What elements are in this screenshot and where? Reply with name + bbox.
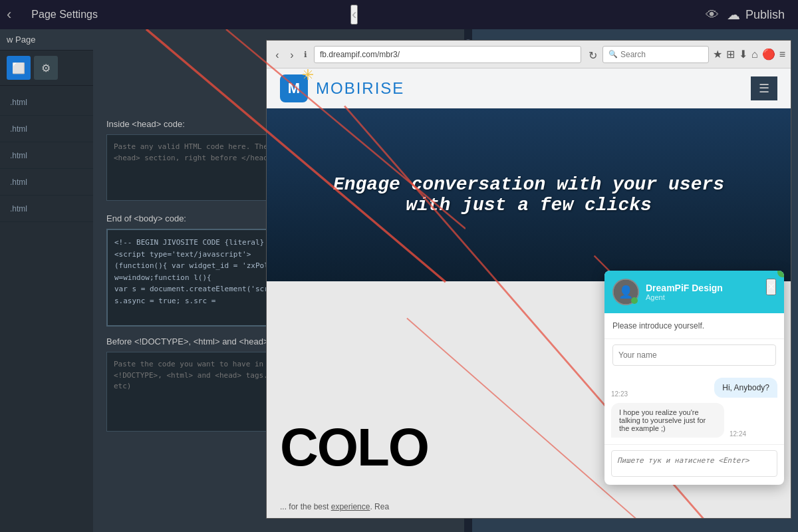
site-header: M MOBIRISE ☰ xyxy=(267,68,791,108)
browser-content: M MOBIRISE ☰ Engage co xyxy=(267,68,791,518)
page-title: Page Settings xyxy=(31,9,98,21)
browser-refresh-button[interactable]: ↻ xyxy=(588,49,598,60)
sidebar-item-4[interactable]: .html xyxy=(0,169,93,196)
chat-input[interactable] xyxy=(611,450,777,477)
chat-agent-info: DreamPiF Design Agent xyxy=(646,283,723,301)
chat-header: 👤 DreamPiF Design Agent × xyxy=(604,271,784,313)
sidebar-item-2[interactable]: .html xyxy=(0,116,93,142)
chat-messages: 12:23 Hi, Anybody? I hope you realize yo… xyxy=(604,371,784,444)
star-icon[interactable]: ★ xyxy=(713,48,722,61)
sidebar-item-1[interactable]: .html xyxy=(0,89,93,116)
msg2-bubble: I hope you realize you're talking to you… xyxy=(611,403,724,438)
chat-input-area xyxy=(604,444,784,485)
cloud-icon: ☁ xyxy=(727,7,740,23)
online-indicator xyxy=(631,297,638,304)
hero-area: Engage conversation with your users with… xyxy=(267,108,791,281)
hamburger-icon: ☰ xyxy=(759,81,769,96)
search-magnifier-icon: 🔍 xyxy=(608,50,618,59)
menu-icon[interactable]: ≡ xyxy=(779,49,785,61)
info-icon: ℹ xyxy=(304,50,307,59)
publish-area: 👁 ☁ Publish xyxy=(706,7,785,23)
chat-name-input[interactable] xyxy=(612,344,776,366)
hero-text-1: Engage conversation with your users xyxy=(333,174,724,195)
chat-intro: Please introduce yourself. xyxy=(604,313,784,339)
top-bar: ‹ Page Settings ‹ 👁 ☁ Publish xyxy=(0,0,798,29)
msg1-bubble: Hi, Anybody? xyxy=(714,378,777,398)
sidebar-items: .html .html .html .html .html xyxy=(0,86,93,225)
preview-icon[interactable]: 👁 xyxy=(706,7,719,23)
logo-container: M xyxy=(280,74,308,102)
home-icon[interactable]: ⌂ xyxy=(751,49,758,61)
chat-message-2: I hope you realize you're talking to you… xyxy=(611,403,777,438)
footer-text: ... for the best experience. Rea xyxy=(280,502,389,511)
publish-label: Publish xyxy=(745,8,785,22)
chat-online-dot xyxy=(777,271,784,277)
hamburger-btn[interactable]: ☰ xyxy=(751,76,777,100)
search-text: Search xyxy=(620,50,646,59)
top-bar-left: ‹ Page Settings ‹ xyxy=(0,0,364,29)
left-sidebar: w Page ⬜ ⚙ .html .html .html .html .html xyxy=(0,29,93,532)
sidebar-item-3[interactable]: .html xyxy=(0,142,93,169)
extension-icon[interactable]: 🔴 xyxy=(762,48,775,61)
sidebar-icon-group: ⬜ ⚙ xyxy=(0,51,93,86)
browser-window: ‹ › ℹ fb.dreampif.com/mbr3/ ↻ 🔍 Search ★… xyxy=(266,40,791,519)
browser-forward-button[interactable]: › xyxy=(287,49,297,60)
colo-text: COLO xyxy=(280,417,428,478)
sidebar-item-5[interactable]: .html xyxy=(0,196,93,222)
logo-sparkle xyxy=(303,69,313,80)
site-title: MOBIRISE xyxy=(316,79,404,98)
new-page-item[interactable]: w Page xyxy=(0,29,93,51)
logo-m: M xyxy=(288,80,300,97)
collapse-button[interactable]: ‹ xyxy=(350,5,358,25)
chat-avatar-container: 👤 xyxy=(612,279,639,305)
msg2-time: 12:24 xyxy=(730,430,746,438)
msg1-time: 12:23 xyxy=(611,390,628,398)
bookmark-icon[interactable]: ⊞ xyxy=(726,48,735,61)
pages-button[interactable]: ⬜ xyxy=(7,56,31,80)
new-page-label: w Page xyxy=(7,35,35,45)
browser-chrome: ‹ › ℹ fb.dreampif.com/mbr3/ ↻ 🔍 Search ★… xyxy=(267,41,791,68)
intro-text: Please introduce yourself. xyxy=(612,321,704,331)
browser-search-box: 🔍 Search xyxy=(602,46,709,63)
browser-url-bar: fb.dreampif.com/mbr3/ xyxy=(314,46,581,63)
browser-back-button[interactable]: ‹ xyxy=(272,49,283,60)
url-text: fb.dreampif.com/mbr3/ xyxy=(320,50,575,59)
settings-button[interactable]: ⚙ xyxy=(34,56,58,80)
chat-agent-name: DreamPiF Design xyxy=(646,283,723,293)
hero-text-2: with just a few clicks xyxy=(406,195,652,215)
download-icon[interactable]: ⬇ xyxy=(739,48,747,61)
chat-close-button[interactable]: × xyxy=(766,279,776,295)
chat-widget: 👤 DreamPiF Design Agent × Please introdu… xyxy=(604,271,784,485)
publish-button[interactable]: ☁ Publish xyxy=(727,7,785,23)
back-button[interactable]: ‹ xyxy=(7,6,11,23)
chat-agent-role: Agent xyxy=(646,293,723,301)
chat-message-1: 12:23 Hi, Anybody? xyxy=(611,378,777,398)
header-hamburger[interactable]: ☰ xyxy=(751,76,777,100)
